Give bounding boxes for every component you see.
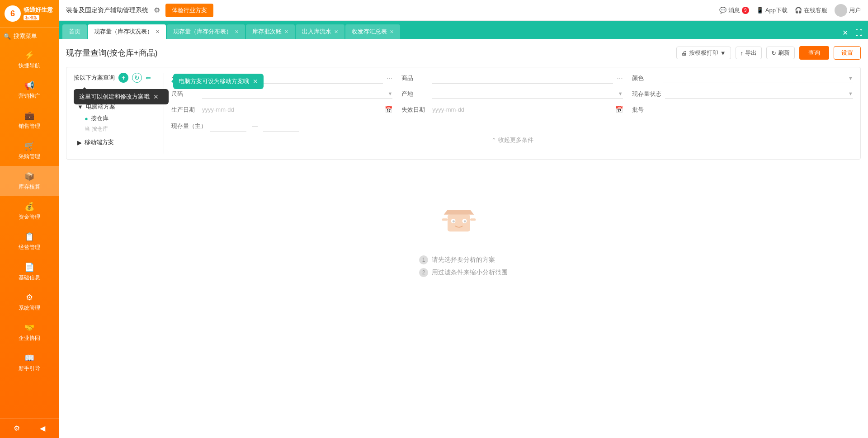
hint-num-2: 2 bbox=[419, 268, 428, 277]
sidebar-item-marketing[interactable]: 📢 营销推广 bbox=[0, 75, 59, 105]
basic-icon: 📄 bbox=[24, 262, 34, 272]
svg-rect-7 bbox=[470, 218, 476, 221]
export-button[interactable]: ↑ 导出 bbox=[736, 47, 762, 59]
add-scheme-button[interactable]: + bbox=[118, 73, 128, 83]
filter-color-row: 颜色 ▼ bbox=[632, 73, 853, 84]
page-header: 现存量查询(按仓库+商品) 🖨 按模板打印 ▼ ↑ 导出 ↻ 刷新 查询 设置 bbox=[66, 46, 861, 60]
filter-size-row: 尺码 ▼ bbox=[171, 89, 392, 99]
current-text: 当 bbox=[85, 125, 90, 133]
warehouse-more-icon[interactable]: ··· bbox=[387, 74, 392, 82]
filter-stock-qty-row: 现存量（主） — bbox=[171, 121, 392, 132]
system-label: 系统管理 bbox=[19, 304, 40, 312]
tab-close-all-button[interactable]: ✕ bbox=[840, 27, 850, 39]
collapse-bar[interactable]: ⌃ 收起更多条件 bbox=[171, 132, 853, 149]
page-title: 现存量查询(按仓库+商品) bbox=[66, 47, 158, 58]
expiry-date-start-placeholder: yyyy-mm-dd bbox=[432, 106, 464, 113]
sidebar-item-system[interactable]: ⚙ 系统管理 bbox=[0, 287, 59, 317]
sidebar-item-enterprise[interactable]: 🤝 企业协同 bbox=[0, 317, 59, 348]
svg-point-5 bbox=[464, 220, 466, 222]
print-dropdown-icon: ▼ bbox=[720, 50, 726, 57]
origin-label: 产地 bbox=[401, 90, 429, 98]
guide-label: 新手引导 bbox=[19, 365, 40, 372]
tab-inventory-dist-close[interactable]: ✕ bbox=[235, 29, 239, 35]
goods-more-icon[interactable]: ··· bbox=[617, 74, 623, 82]
tab-in-out-flow[interactable]: 出入库流水 ✕ bbox=[296, 24, 344, 39]
sidebar-item-quick[interactable]: ⚡ 快捷导航 bbox=[0, 45, 59, 75]
prod-date-start-placeholder: yyyy-mm-dd bbox=[202, 106, 234, 113]
refresh-icon: ↻ bbox=[771, 50, 776, 57]
online-support-action[interactable]: 🎧 在线客服 bbox=[795, 6, 827, 14]
scheme-warehouse[interactable]: ● 按仓库 bbox=[74, 113, 158, 124]
topbar-left: 装备及固定资产辅助管理系统 ⚙ 体验行业方案 bbox=[66, 4, 213, 17]
prod-date-start-input[interactable]: yyyy-mm-dd 📅 bbox=[202, 104, 392, 115]
tab-flow-close[interactable]: ✕ bbox=[334, 29, 338, 35]
marketing-icon: 📢 bbox=[24, 80, 34, 90]
sidebar-item-finance[interactable]: 💰 资金管理 bbox=[0, 196, 59, 226]
tab-fullscreen-button[interactable]: ⛶ bbox=[854, 27, 864, 39]
sidebar-item-purchase[interactable]: 🛒 采购管理 bbox=[0, 136, 59, 166]
size-dropdown-icon: ▼ bbox=[387, 91, 392, 96]
topbar: 装备及固定资产辅助管理系统 ⚙ 体验行业方案 💬 消息 9 📱 App下载 🎧 … bbox=[59, 0, 868, 21]
refresh-button[interactable]: ↻ 刷新 bbox=[766, 47, 795, 59]
filter-stock-status-row: 现存量状态 ▼ bbox=[632, 89, 853, 99]
user-avatar bbox=[835, 4, 847, 17]
query-button[interactable]: 查询 bbox=[799, 46, 829, 60]
inventory-label: 库存核算 bbox=[19, 183, 40, 191]
app-download-label: App下载 bbox=[765, 6, 788, 14]
print-button[interactable]: 🖨 按模板打印 ▼ bbox=[676, 47, 731, 59]
tooltip1-text: 电脑方案可设为移动方案哦 bbox=[179, 77, 249, 85]
sidebar-item-operations[interactable]: 📋 经营管理 bbox=[0, 226, 59, 257]
goods-input[interactable] bbox=[432, 73, 613, 84]
tabbar: 首页 现存量（库存状况表） ✕ 现存量（库存分布表） ✕ 库存批次账 ✕ 出入库… bbox=[59, 21, 868, 39]
sidebar-bottom: ⚙ ◀ bbox=[0, 418, 59, 438]
sidebar-item-guide[interactable]: 📖 新手引导 bbox=[0, 348, 59, 378]
print-label: 按模板打印 bbox=[689, 49, 718, 57]
color-select[interactable]: ▼ bbox=[663, 74, 853, 83]
scheme-mobile[interactable]: ▶ 移动端方案 bbox=[74, 137, 158, 148]
sidebar-search[interactable]: 🔍 搜索菜单 bbox=[0, 28, 59, 45]
app-download-action[interactable]: 📱 App下载 bbox=[756, 6, 788, 14]
tab-inventory-status-close[interactable]: ✕ bbox=[156, 29, 160, 35]
settings-button[interactable]: ⚙ bbox=[14, 424, 20, 433]
tooltip1-close[interactable]: ✕ bbox=[253, 78, 258, 85]
setup-button[interactable]: 设置 bbox=[834, 46, 861, 60]
main-content: 现存量查询(按仓库+商品) 🖨 按模板打印 ▼ ↑ 导出 ↻ 刷新 查询 设置 bbox=[59, 39, 868, 438]
industry-button[interactable]: 体验行业方案 bbox=[165, 4, 213, 17]
filter-grid: 仓库 ··· 商品 ··· 颜色 ▼ bbox=[171, 73, 853, 132]
sidebar-item-sales[interactable]: 💼 销售管理 bbox=[0, 105, 59, 136]
tab-receive-summary[interactable]: 收发存汇总表 ✕ bbox=[345, 24, 400, 39]
tab-inventory-dist[interactable]: 现存量（库存分布表） ✕ bbox=[167, 24, 245, 39]
empty-hint-2: 2 用过滤条件来缩小分析范围 bbox=[419, 268, 508, 277]
tab-receive-close[interactable]: ✕ bbox=[390, 29, 394, 35]
sidebar-item-inventory[interactable]: 📦 库存核算 bbox=[0, 166, 59, 196]
search-label: 搜索菜单 bbox=[14, 32, 37, 40]
tooltip2-close[interactable]: ✕ bbox=[153, 93, 159, 100]
quick-icon: ⚡ bbox=[24, 50, 34, 60]
size-select[interactable]: ▼ bbox=[202, 89, 392, 99]
tab-home[interactable]: 首页 bbox=[62, 24, 87, 39]
stock-qty-to-input[interactable] bbox=[263, 121, 299, 132]
tab-batch-accounts[interactable]: 库存批次账 ✕ bbox=[246, 24, 295, 39]
expiry-date-start-input[interactable]: yyyy-mm-dd 📅 bbox=[432, 104, 623, 115]
stock-qty-from-input[interactable] bbox=[210, 121, 246, 132]
logo-title: 畅通好生意 bbox=[24, 6, 53, 14]
empty-illustration bbox=[436, 194, 491, 248]
origin-select[interactable]: ▼ bbox=[432, 89, 623, 99]
warehouse-scheme-icon: ● bbox=[85, 115, 88, 122]
user-action[interactable]: 用户 bbox=[835, 4, 861, 17]
search-icon: 🔍 bbox=[4, 33, 11, 40]
message-action[interactable]: 💬 消息 9 bbox=[719, 6, 749, 14]
stock-status-select[interactable]: ▼ bbox=[665, 89, 853, 99]
sidebar-item-basic[interactable]: 📄 基础信息 bbox=[0, 257, 59, 287]
arrow-button[interactable]: ⇐ bbox=[146, 74, 151, 81]
tab-inventory-status[interactable]: 现存量（库存状况表） ✕ bbox=[88, 24, 166, 39]
print-icon: 🖨 bbox=[681, 50, 687, 57]
message-label: 消息 bbox=[728, 6, 740, 14]
prod-date-start-calendar-icon: 📅 bbox=[385, 106, 392, 113]
refresh-label: 刷新 bbox=[778, 49, 790, 57]
refresh-scheme-button[interactable]: ↻ bbox=[132, 73, 142, 83]
settings-icon[interactable]: ⚙ bbox=[154, 6, 160, 14]
tab-batch-close[interactable]: ✕ bbox=[284, 29, 288, 35]
collapse-button[interactable]: ◀ bbox=[40, 424, 45, 433]
batch-input[interactable] bbox=[663, 104, 853, 115]
